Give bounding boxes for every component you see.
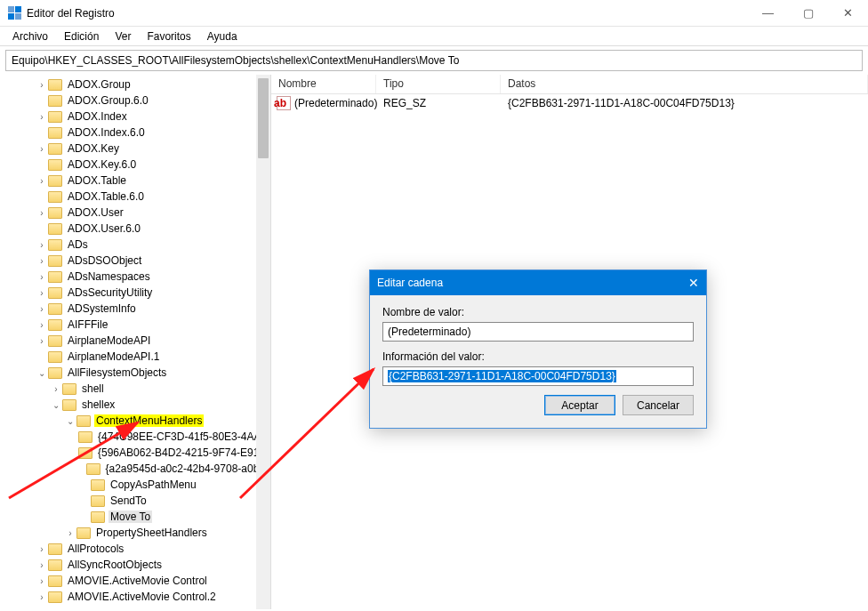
folder-icon [48,271,62,283]
chevron-right-icon[interactable]: › [64,528,76,538]
list-row[interactable]: ab (Predeterminado) REG_SZ {C2FBB631-297… [271,94,868,112]
folder-icon [48,79,62,91]
tree-node[interactable]: ›ADOX.User [0,205,270,221]
menu-help[interactable]: Ayuda [200,28,245,44]
menu-view[interactable]: Ver [108,28,138,44]
tree-node[interactable]: CopyAsPathMenu [0,477,270,493]
folder-icon [48,287,62,299]
tree-node[interactable]: ›ADSystemInfo [0,301,270,317]
folder-icon [48,143,62,155]
chevron-right-icon[interactable]: › [36,336,48,346]
tree-node[interactable]: ⌄AllFilesystemObjects [0,365,270,381]
chevron-right-icon[interactable]: › [36,240,48,250]
tree-node-label: ADs [66,238,90,251]
minimize-button[interactable]: — [748,0,788,26]
chevron-right-icon[interactable]: › [36,176,48,186]
folder-icon [48,127,62,139]
tree-node[interactable]: ›AllSyncRootObjects [0,557,270,573]
tree-node[interactable]: {a2a9545d-a0c2-42b4-9708-a0b2 [0,461,270,477]
tree-node-label: ADOX.User [66,206,125,219]
close-icon[interactable]: ✕ [688,276,699,290]
folder-icon [48,303,62,315]
tree-scrollbar[interactable] [256,75,270,609]
tree-node[interactable]: ›ADs [0,237,270,253]
maximize-button[interactable]: ▢ [788,0,828,26]
chevron-right-icon[interactable]: › [36,272,48,282]
tree-node[interactable]: ›ADsNamespaces [0,269,270,285]
chevron-right-icon[interactable]: › [50,384,62,394]
tree-node-label: ADsSecurityUtility [66,286,154,299]
tree-node[interactable]: Move To [0,509,270,525]
chevron-right-icon[interactable]: › [36,288,48,298]
chevron-right-icon[interactable]: › [36,304,48,314]
col-name[interactable]: Nombre [271,75,376,93]
chevron-right-icon[interactable]: › [36,592,48,602]
dialog-title: Editar cadena [377,277,443,289]
chevron-down-icon[interactable]: ⌄ [50,400,62,410]
folder-icon [76,527,91,539]
menu-file[interactable]: Archivo [5,28,55,44]
tree-node[interactable]: ADOX.Table.6.0 [0,189,270,205]
tree-node[interactable]: ›shell [0,381,270,397]
close-button[interactable]: ✕ [828,0,868,26]
tree-node-label: ADSystemInfo [66,302,138,315]
folder-icon [48,207,62,219]
tree-node-label: ADOX.Group [66,78,133,91]
folder-icon [48,239,62,251]
tree-node[interactable]: ›AirplaneModeAPI [0,333,270,349]
menu-favorites[interactable]: Favoritos [140,28,197,44]
tree-node[interactable]: ›ADsSecurityUtility [0,285,270,301]
chevron-right-icon[interactable]: › [36,208,48,218]
value-name-field[interactable]: (Predeterminado) [382,322,694,342]
tree-node[interactable]: ›ADOX.Group [0,76,270,92]
menubar: Archivo Edición Ver Favoritos Ayuda [0,27,868,46]
chevron-right-icon[interactable]: › [36,112,48,122]
tree-node[interactable]: ›AMOVIE.ActiveMovie Control.2 [0,589,270,605]
tree-node-label: ADsDSOObject [66,254,143,267]
tree-node[interactable]: ⌄ContextMenuHandlers [0,413,270,429]
chevron-down-icon[interactable]: ⌄ [64,416,76,426]
tree-node-label: {a2a9545d-a0c2-42b4-9708-a0b2 [104,462,268,475]
folder-icon [78,431,92,443]
tree-node[interactable]: ›PropertySheetHandlers [0,525,270,541]
tree-node[interactable]: {474C98EE-CF3D-41f5-80E3-4AAE [0,429,270,445]
chevron-right-icon[interactable]: › [36,144,48,154]
tree-node[interactable]: SendTo [0,493,270,509]
col-data[interactable]: Datos [501,75,868,93]
tree-node[interactable]: ADOX.Group.6.0 [0,92,270,109]
chevron-right-icon[interactable]: › [36,544,48,554]
tree-node-label: AirplaneModeAPI.1 [66,350,161,363]
tree-node[interactable]: ›ADOX.Table [0,173,270,189]
tree-node-label: ADOX.Table [66,174,128,187]
chevron-right-icon[interactable]: › [36,256,48,266]
tree-node[interactable]: ⌄shellex [0,397,270,413]
col-type[interactable]: Tipo [376,75,501,93]
tree-node[interactable]: ›ADOX.Index [0,109,270,125]
dialog-titlebar[interactable]: Editar cadena ✕ [370,270,706,295]
chevron-right-icon[interactable]: › [36,80,48,90]
tree-node-label: AllSyncRootObjects [66,559,164,571]
tree-node[interactable]: ADOX.User.6.0 [0,221,270,237]
tree-node[interactable]: ›ADsDSOObject [0,253,270,269]
tree-node[interactable]: ADOX.Index.6.0 [0,125,270,141]
folder-icon [48,223,62,235]
tree-node-label: AllProtocols [66,543,125,555]
ok-button[interactable]: Aceptar [544,395,615,415]
chevron-down-icon[interactable]: ⌄ [36,368,48,378]
chevron-right-icon[interactable]: › [36,560,48,570]
tree-node[interactable]: ADOX.Key.6.0 [0,157,270,173]
tree-pane[interactable]: ›ADOX.GroupADOX.Group.6.0›ADOX.IndexADOX… [0,75,271,609]
tree-node[interactable]: ›AMOVIE.ActiveMovie Control [0,573,270,589]
tree-node[interactable]: ›AIFFFile [0,317,270,333]
tree-node[interactable]: ›ADOX.Key [0,141,270,157]
menu-edit[interactable]: Edición [57,28,106,44]
tree-node[interactable]: ›AllProtocols [0,541,270,557]
tree-node[interactable]: AirplaneModeAPI.1 [0,349,270,365]
address-bar[interactable]: Equipo\HKEY_CLASSES_ROOT\AllFilesystemOb… [5,50,863,71]
tree-node-label: SendTo [108,494,149,507]
chevron-right-icon[interactable]: › [36,320,48,330]
value-data-field[interactable]: {C2FBB631-2971-11D1-A18C-00C04FD75D13} [382,366,694,386]
chevron-right-icon[interactable]: › [36,576,48,586]
tree-node[interactable]: {596AB062-B4D2-4215-9F74-E910 [0,445,270,461]
cancel-button[interactable]: Cancelar [623,395,694,415]
